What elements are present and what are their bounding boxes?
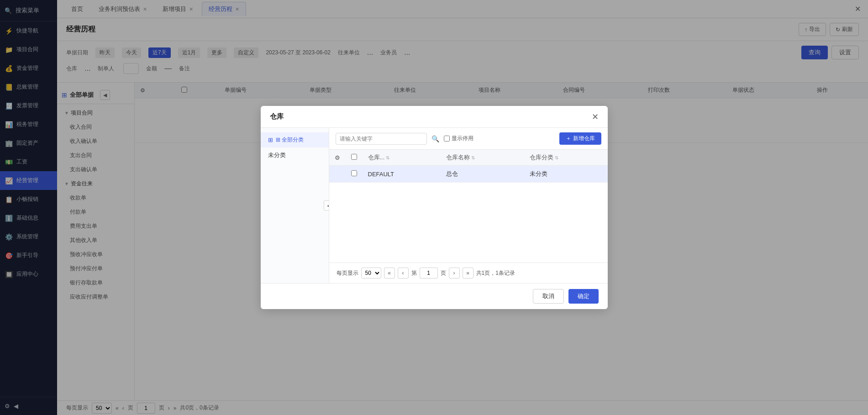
row-code: DEFAULT (363, 166, 441, 183)
modal-close-button[interactable]: ✕ (592, 113, 599, 121)
modal-tree-collapse-btn[interactable]: ◀ (324, 200, 329, 210)
row-name: 总仓 (441, 166, 524, 183)
modal-confirm-button[interactable]: 确定 (568, 289, 599, 304)
modal-page-label: 第 (411, 269, 417, 277)
modal-tree-all-categories[interactable]: ⊞ ⊞ 全部分类 (261, 132, 329, 147)
modal-page-input[interactable] (420, 268, 438, 278)
modal-toolbar: 🔍 显示停用 ＋ 新增仓库 (329, 128, 608, 150)
modal-header: 仓库 ✕ (261, 106, 608, 128)
modal-show-disabled-checkbox[interactable] (444, 136, 450, 142)
modal-overlay[interactable]: 仓库 ✕ ⊞ ⊞ 全部分类 未分类 ◀ (0, 0, 868, 415)
modal-footer: 取消 确定 (261, 283, 608, 309)
row-settings (329, 166, 346, 183)
modal-page-size-select[interactable]: 50 (361, 268, 381, 278)
modal-data-table: ⚙ 仓库...⇅ 仓库名称⇅ (329, 150, 608, 183)
modal-pagination: 每页显示 50 « ‹ 第 页 › » 共1页，1条记录 (329, 263, 608, 283)
modal-table-row[interactable]: DEFAULT 总仓 未分类 (329, 166, 608, 183)
modal-last-page-btn[interactable]: » (463, 268, 473, 278)
row-checkbox[interactable] (346, 166, 363, 183)
modal-title: 仓库 (270, 112, 284, 121)
modal-prev-page-btn[interactable]: ‹ (398, 268, 409, 278)
modal-first-page-btn[interactable]: « (384, 268, 395, 278)
modal-show-disabled-label[interactable]: 显示停用 (444, 135, 473, 142)
modal-page-size-label: 每页显示 (337, 269, 358, 277)
modal-body: ⊞ ⊞ 全部分类 未分类 ◀ 🔍 显示停用 (261, 128, 608, 283)
tree-all-label: ⊞ 全部分类 (276, 136, 304, 144)
modal-select-all-checkbox[interactable] (351, 154, 357, 160)
modal-warehouse: 仓库 ✕ ⊞ ⊞ 全部分类 未分类 ◀ (261, 106, 608, 309)
modal-right-content: 🔍 显示停用 ＋ 新增仓库 ⚙ (329, 128, 608, 283)
modal-table-area: ⚙ 仓库...⇅ 仓库名称⇅ (329, 150, 608, 263)
modal-th-name: 仓库名称⇅ (441, 150, 524, 166)
modal-th-settings[interactable]: ⚙ (329, 150, 346, 166)
row-select-checkbox[interactable] (351, 170, 357, 176)
modal-add-warehouse-button[interactable]: ＋ 新增仓库 (559, 132, 601, 145)
plus-icon: ＋ (566, 135, 571, 142)
modal-cancel-button[interactable]: 取消 (533, 289, 564, 304)
modal-next-page-btn[interactable]: › (449, 268, 460, 278)
add-warehouse-label: 新增仓库 (573, 135, 595, 142)
modal-search-input[interactable] (336, 133, 427, 145)
modal-th-code: 仓库...⇅ (363, 150, 441, 166)
row-category: 未分类 (524, 166, 608, 183)
show-disabled-text: 显示停用 (452, 135, 473, 142)
modal-search-button[interactable]: 🔍 (431, 135, 439, 142)
tree-all-icon: ⊞ (268, 137, 273, 143)
modal-th-category: 仓库分类⇅ (524, 150, 608, 166)
tree-uncategorized-label: 未分类 (268, 151, 286, 159)
modal-total-label: 共1页，1条记录 (476, 269, 515, 277)
modal-tree-uncategorized[interactable]: 未分类 (261, 147, 329, 163)
modal-page-unit: 页 (441, 269, 446, 277)
modal-left-tree: ⊞ ⊞ 全部分类 未分类 ◀ (261, 128, 329, 283)
modal-th-checkbox[interactable] (346, 150, 363, 166)
